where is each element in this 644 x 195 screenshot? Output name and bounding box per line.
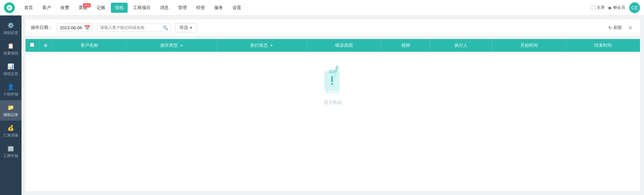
th-tax-type: 税种 xyxy=(381,39,430,52)
nav-message[interactable]: 消息 xyxy=(156,3,173,13)
svg-rect-7 xyxy=(331,76,333,82)
svg-point-8 xyxy=(331,83,333,85)
nav-manage[interactable]: 管理 xyxy=(174,3,191,13)
sort-icon-op-type: ▼ xyxy=(180,44,183,47)
gear-icon: ⚙ xyxy=(44,43,48,48)
sidebar-label-tax-overview: 报税总览 xyxy=(3,71,18,76)
data-table: ⚙ 客户名称 操作类型 ▼ 执行状态 ▼ xyxy=(26,39,640,119)
sidebar: ⚙️ 报税设置 📋 批量报税 📊 报税总览 👤 个税申报 📁 报税记录 💰 汇算… xyxy=(0,15,22,195)
table-body: 暂无数据 xyxy=(26,52,640,119)
th-checkbox[interactable] xyxy=(26,39,39,52)
calendar-icon: 📅 xyxy=(84,25,90,30)
refresh-button[interactable]: ↻ 刷新 xyxy=(608,25,622,31)
nav-operation[interactable]: 经营 xyxy=(192,3,209,13)
search-box[interactable]: 🔍 xyxy=(97,24,171,32)
video-icon: ▶ xyxy=(609,5,612,10)
sidebar-item-settlement[interactable]: 💰 汇算清缴 xyxy=(0,121,22,141)
nav-settings[interactable]: 设置 xyxy=(228,3,245,13)
sidebar-label-settlement: 汇算清缴 xyxy=(3,133,18,138)
table-header-row: ⚙ 客户名称 操作类型 ▼ 执行状态 ▼ xyxy=(26,39,640,52)
sidebar-label-tax-settings: 报税设置 xyxy=(3,30,18,35)
filter-button[interactable]: 筛选 ▼ xyxy=(175,23,197,32)
nav-home[interactable]: 首页 xyxy=(20,3,37,13)
th-gear[interactable]: ⚙ xyxy=(39,39,52,52)
sort-icon-exec-status: ▼ xyxy=(270,44,273,47)
fullscreen-icon: ⛶ xyxy=(591,5,595,10)
date-value: 2023-06-06 xyxy=(60,25,82,30)
top-navigation: 首页 客户 收费 票据 new 记账 报税 工商项目 消息 管理 经营 服务 设… xyxy=(0,0,644,15)
sidebar-item-batch-tax[interactable]: 📋 批量报税 xyxy=(0,39,22,59)
sidebar-item-tax-overview[interactable]: 📊 报税总览 xyxy=(0,59,22,80)
nav-business[interactable]: 工商项目 xyxy=(129,3,155,13)
toolbar: 操作日期： 2023-06-06 📅 🔍 筛选 ▼ ↻ 刷新 ✕ xyxy=(26,20,640,36)
fullscreen-label: 全屏 xyxy=(597,5,605,10)
sidebar-label-annual-report: 工商年报 xyxy=(3,153,18,158)
th-exec-status[interactable]: 执行状态 ▼ xyxy=(217,39,307,52)
nav-customer[interactable]: 客户 xyxy=(38,3,55,13)
sidebar-item-tax-records[interactable]: 📁 报税记录 xyxy=(0,100,22,121)
nav-menu: 首页 客户 收费 票据 new 记账 报税 工商项目 消息 管理 经营 服务 设… xyxy=(20,3,591,13)
nav-ticket[interactable]: 票据 new xyxy=(75,3,91,13)
svg-rect-6 xyxy=(330,70,334,73)
sidebar-item-tax-settings[interactable]: ⚙️ 报税设置 xyxy=(0,18,22,39)
content-area: 操作日期： 2023-06-06 📅 🔍 筛选 ▼ ↻ 刷新 ✕ xyxy=(22,15,644,195)
sidebar-label-tax-records: 报税记录 xyxy=(3,112,18,117)
table-wrapper: ⚙ 客户名称 操作类型 ▼ 执行状态 ▼ xyxy=(26,39,640,191)
tax-records-icon: 📁 xyxy=(7,104,14,111)
refresh-label: 刷新 xyxy=(613,25,622,31)
th-executor: 执行人 xyxy=(430,39,492,52)
individual-tax-icon: 👤 xyxy=(7,83,14,90)
fullscreen-btn[interactable]: ⛶ 全屏 xyxy=(591,5,605,10)
nav-fee[interactable]: 收费 xyxy=(56,3,73,13)
batch-tax-icon: 📋 xyxy=(7,42,14,49)
empty-state: 暂无数据 xyxy=(26,52,640,119)
member-btn[interactable]: ▶ 畅会员 xyxy=(609,5,625,10)
nav-right-area: ⛶ 全屏 ▶ 畅会员 CE xyxy=(591,2,640,13)
tax-overview-icon: 📊 xyxy=(7,63,14,70)
search-icon: 🔍 xyxy=(163,25,168,30)
nav-service[interactable]: 服务 xyxy=(210,3,227,13)
nav-tax[interactable]: 报税 xyxy=(111,3,128,13)
chevron-down-icon: ▼ xyxy=(189,26,193,30)
annual-report-icon: 🏢 xyxy=(7,145,14,152)
app-logo[interactable] xyxy=(4,2,15,13)
th-end-time: 结束时间 xyxy=(566,39,640,52)
empty-icon xyxy=(319,65,346,95)
avatar[interactable]: CE xyxy=(629,2,640,13)
close-button[interactable]: ✕ xyxy=(626,24,635,32)
th-op-type[interactable]: 操作类型 ▼ xyxy=(127,39,217,52)
new-badge: new xyxy=(83,3,91,8)
sidebar-item-annual-report[interactable]: 🏢 工商年报 xyxy=(0,141,22,162)
sidebar-label-batch-tax: 批量报税 xyxy=(3,51,18,56)
svg-point-11 xyxy=(326,91,338,93)
empty-state-row: 暂无数据 xyxy=(26,52,640,119)
sidebar-item-individual-tax[interactable]: 👤 个税申报 xyxy=(0,80,22,100)
search-input[interactable] xyxy=(100,25,163,30)
tax-settings-icon: ⚙️ xyxy=(7,22,14,29)
empty-text: 暂无数据 xyxy=(324,100,342,106)
select-all-checkbox[interactable] xyxy=(30,43,34,47)
th-customer-name: 客户名称 xyxy=(52,39,127,52)
filter-label: 筛选 xyxy=(179,25,188,31)
sidebar-label-individual-tax: 个税申报 xyxy=(3,92,18,97)
main-layout: ⚙️ 报税设置 📋 批量报税 📊 报税总览 👤 个税申报 📁 报税记录 💰 汇算… xyxy=(0,15,644,195)
member-label: 畅会员 xyxy=(613,5,625,10)
th-error-reason: 错误原因 xyxy=(307,39,381,52)
date-label: 操作日期： xyxy=(31,25,53,31)
refresh-icon: ↻ xyxy=(608,25,612,30)
settlement-icon: 💰 xyxy=(7,124,14,131)
th-start-time: 开始时间 xyxy=(492,39,566,52)
nav-accounting[interactable]: 记账 xyxy=(93,3,110,13)
date-picker[interactable]: 2023-06-06 📅 xyxy=(57,23,93,32)
